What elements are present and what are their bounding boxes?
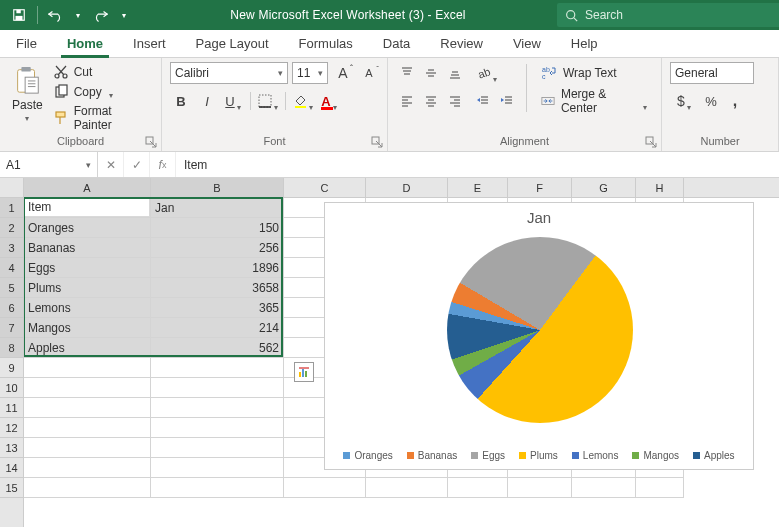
italic-button[interactable]: I [196, 90, 218, 112]
qat-customize[interactable]: ▾ [115, 2, 133, 28]
orientation-button[interactable]: ab▾ [472, 62, 502, 84]
font-launcher-icon[interactable] [371, 136, 383, 148]
tab-home[interactable]: Home [61, 30, 109, 57]
cut-button[interactable]: Cut [53, 64, 153, 80]
cell-E15[interactable] [448, 478, 508, 498]
align-left-button[interactable] [396, 90, 418, 112]
cell-B15[interactable] [151, 478, 284, 498]
font-color-button[interactable]: A ▾ [318, 90, 340, 112]
name-box[interactable]: A1▾ [0, 152, 98, 177]
cell-B5[interactable]: 3658 [151, 278, 284, 298]
row-header-9[interactable]: 9 [0, 358, 23, 378]
underline-button[interactable]: U▾ [222, 90, 244, 112]
cell-A12[interactable] [24, 418, 151, 438]
align-right-button[interactable] [444, 90, 466, 112]
cell-D15[interactable] [366, 478, 448, 498]
col-header-B[interactable]: B [151, 178, 284, 197]
select-all-triangle[interactable] [0, 178, 23, 198]
row-header-2[interactable]: 2 [0, 218, 23, 238]
row-header-5[interactable]: 5 [0, 278, 23, 298]
cell-B9[interactable] [151, 358, 284, 378]
col-header-A[interactable]: A [24, 178, 151, 197]
cell-A7[interactable]: Mangos [24, 318, 151, 338]
undo-button[interactable] [43, 2, 69, 28]
row-header-11[interactable]: 11 [0, 398, 23, 418]
cell-B4[interactable]: 1896 [151, 258, 284, 278]
cell-B14[interactable] [151, 458, 284, 478]
cell-B7[interactable]: 214 [151, 318, 284, 338]
cancel-formula-button[interactable]: ✕ [98, 152, 124, 177]
increase-font-button[interactable]: Aˆ [332, 62, 354, 84]
row-header-13[interactable]: 13 [0, 438, 23, 458]
merge-center-button[interactable]: Merge & Center ▾ [535, 90, 653, 112]
col-header-D[interactable]: D [366, 178, 448, 197]
number-format-combo[interactable]: General [670, 62, 754, 84]
decrease-font-button[interactable]: Aˇ [358, 62, 380, 84]
cell-A3[interactable]: Bananas [24, 238, 151, 258]
align-bottom-button[interactable] [444, 62, 466, 84]
align-center-button[interactable] [420, 90, 442, 112]
col-header-E[interactable]: E [448, 178, 508, 197]
format-painter-button[interactable]: Format Painter [53, 104, 153, 132]
cell-A2[interactable]: Oranges [24, 218, 151, 238]
decrease-indent-button[interactable] [472, 90, 494, 112]
tab-file[interactable]: File [10, 30, 43, 57]
cell-B13[interactable] [151, 438, 284, 458]
accounting-format-button[interactable]: $▾ [670, 90, 698, 112]
row-header-1[interactable]: 1 [0, 198, 23, 218]
copy-button[interactable]: Copy ▾ [53, 84, 153, 100]
cell-A4[interactable]: Eggs [24, 258, 151, 278]
row-header-7[interactable]: 7 [0, 318, 23, 338]
cell-G15[interactable] [572, 478, 636, 498]
align-middle-button[interactable] [420, 62, 442, 84]
quick-analysis-button[interactable] [294, 362, 314, 382]
cell-H15[interactable] [636, 478, 684, 498]
row-header-8[interactable]: 8 [0, 338, 23, 358]
cell-A10[interactable] [24, 378, 151, 398]
col-header-H[interactable]: H [636, 178, 684, 197]
cell-A11[interactable] [24, 398, 151, 418]
cell-B2[interactable]: 150 [151, 218, 284, 238]
row-header-6[interactable]: 6 [0, 298, 23, 318]
undo-dropdown[interactable]: ▾ [71, 2, 85, 28]
align-top-button[interactable] [396, 62, 418, 84]
tab-help[interactable]: Help [565, 30, 604, 57]
paste-button[interactable]: Paste ▾ [8, 62, 47, 125]
cell-F15[interactable] [508, 478, 572, 498]
cell-A13[interactable] [24, 438, 151, 458]
cell-B8[interactable]: 562 [151, 338, 284, 358]
cell-B6[interactable]: 365 [151, 298, 284, 318]
row-header-15[interactable]: 15 [0, 478, 23, 498]
cell-A5[interactable]: Plums [24, 278, 151, 298]
wrap-text-button[interactable]: abc Wrap Text [535, 62, 653, 84]
tab-page-layout[interactable]: Page Layout [190, 30, 275, 57]
tab-data[interactable]: Data [377, 30, 416, 57]
cell-B1[interactable]: Jan [151, 198, 284, 218]
tab-review[interactable]: Review [434, 30, 489, 57]
alignment-launcher-icon[interactable] [645, 136, 657, 148]
fill-color-button[interactable]: ▾ [292, 90, 314, 112]
cell-A8[interactable]: Apples [24, 338, 151, 358]
row-header-12[interactable]: 12 [0, 418, 23, 438]
search-box[interactable]: Search [557, 3, 779, 27]
borders-button[interactable]: ▾ [257, 90, 279, 112]
row-header-4[interactable]: 4 [0, 258, 23, 278]
formula-bar-value[interactable]: Item [176, 152, 215, 177]
cell-C15[interactable] [284, 478, 366, 498]
percent-format-button[interactable]: % [700, 90, 722, 112]
cell-B3[interactable]: 256 [151, 238, 284, 258]
tab-view[interactable]: View [507, 30, 547, 57]
save-button[interactable] [6, 2, 32, 28]
cell-A14[interactable] [24, 458, 151, 478]
col-header-G[interactable]: G [572, 178, 636, 197]
row-header-3[interactable]: 3 [0, 238, 23, 258]
row-header-10[interactable]: 10 [0, 378, 23, 398]
cell-B12[interactable] [151, 418, 284, 438]
cell-A15[interactable] [24, 478, 151, 498]
col-header-F[interactable]: F [508, 178, 572, 197]
cell-A9[interactable] [24, 358, 151, 378]
cell-B11[interactable] [151, 398, 284, 418]
pie-chart[interactable]: Jan OrangesBananasEggsPlumsLemonsMangosA… [324, 202, 754, 470]
tab-formulas[interactable]: Formulas [293, 30, 359, 57]
enter-formula-button[interactable]: ✓ [124, 152, 150, 177]
